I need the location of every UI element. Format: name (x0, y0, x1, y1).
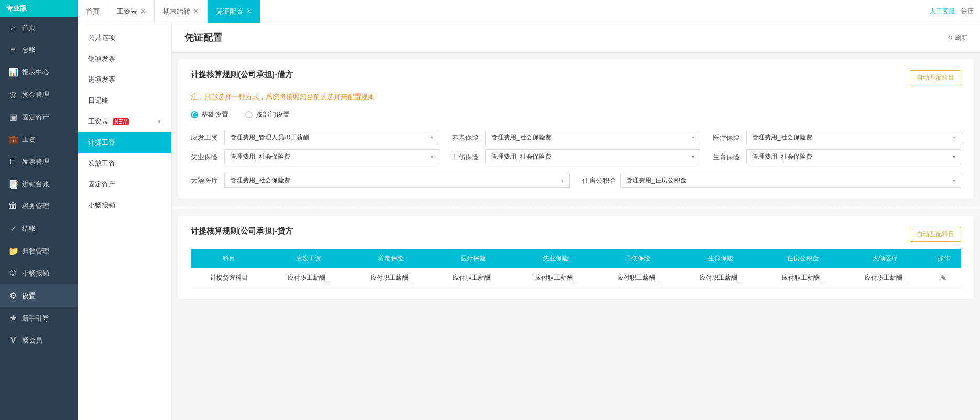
cell-yanglao[interactable]: 应付职工薪酬_ (350, 268, 432, 288)
tab-home[interactable]: 首页 (78, 0, 108, 23)
sidebar-item-label: 结账 (22, 224, 36, 234)
sidebar-item-home[interactable]: ⌂ 首页 (0, 17, 78, 39)
field-yiliao-select[interactable]: 管理费用_社会保险费 ▾ (746, 130, 961, 145)
left-nav-calc-salary[interactable]: 计提工资 (78, 132, 171, 153)
left-nav-public-options[interactable]: 公共选项 (78, 27, 171, 48)
username: 徐庄 (961, 7, 974, 16)
cell-shiye[interactable]: 应付职工薪酬_ (515, 268, 597, 288)
radio-basic[interactable]: 基础设置 (191, 110, 228, 119)
tab-period-close[interactable]: 期末结转 ✕ (155, 0, 208, 23)
purchase-icon: 📑 (8, 179, 18, 189)
sidebar-item-xiaochang-report[interactable]: © 小畅报销 (0, 262, 78, 284)
left-nav-xiaochang-reimbursement[interactable]: 小畅报销 (78, 195, 171, 216)
field-shengyu: 生育保险 管理费用_社会保险费 ▾ (713, 149, 961, 164)
sidebar-item-report-center[interactable]: 📊 报表中心 (0, 61, 78, 83)
credit-section-title: 计提核算规则(公司承担)-贷方 (191, 226, 293, 236)
left-nav-label: 公共选项 (88, 33, 115, 42)
field-shiye-select[interactable]: 管理费用_社会保险费 ▾ (224, 149, 439, 164)
chevron-right-icon: ▾ (158, 118, 161, 125)
sidebar-item-label: 新手引导 (22, 314, 49, 323)
section-divider (172, 207, 980, 207)
credit-section: 计提核算规则(公司承担)-贷方 自动匹配科目 科目 应发工资 养老保险 医疗保险… (178, 216, 974, 299)
sidebar-item-member[interactable]: V 畅会员 (0, 329, 78, 351)
sidebar-item-label: 固定资产 (22, 113, 49, 122)
dropdown-arrow-icon: ▾ (561, 178, 564, 183)
cell-daeliao[interactable]: 应付职工薪酬_ (844, 268, 926, 288)
tab-salary-label: 工资表 (117, 7, 137, 16)
dropdown-arrow-icon: ▾ (692, 154, 694, 160)
field-gongjijin-select[interactable]: 管理费用_住房公积金 ▾ (620, 173, 961, 188)
left-nav-salary-table[interactable]: 工资表 NEW ▾ (78, 111, 171, 132)
salary-icon: 💼 (8, 135, 18, 145)
credit-auto-match-button[interactable]: 自动匹配科目 (910, 227, 961, 242)
cell-shengyu[interactable]: 应付职工薪酬_ (679, 268, 761, 288)
left-nav-label: 进项发票 (88, 75, 115, 84)
sidebar-item-salary[interactable]: 💼 工资 (0, 128, 78, 151)
field-shengyu-select[interactable]: 管理费用_社会保险费 ▾ (746, 149, 961, 164)
debit-auto-match-button[interactable]: 自动匹配科目 (910, 70, 961, 85)
cell-yiliao[interactable]: 应付职工薪酬_ (432, 268, 514, 288)
app-name: 专业版 (0, 0, 78, 17)
fund-icon: ◎ (8, 90, 18, 100)
sidebar-item-settings[interactable]: ⚙ 设置 (0, 284, 78, 307)
sidebar-item-label: 畅会员 (22, 336, 42, 345)
field-label: 生育保险 (713, 152, 742, 162)
customer-service[interactable]: 人工客服 (930, 7, 955, 16)
sidebar-item-fixed-assets[interactable]: ▣ 固定资产 (0, 106, 78, 128)
cell-gongshang[interactable]: 应付职工薪酬_ (597, 268, 679, 288)
left-nav-fixed-assets[interactable]: 固定资产 (78, 174, 171, 195)
invoice-icon: 🗒 (8, 157, 18, 167)
sidebar-item-archive-management[interactable]: 📁 归档管理 (0, 240, 78, 262)
radio-basic-label: 基础设置 (201, 110, 228, 119)
field-yanglao-select[interactable]: 管理费用_社会保险费 ▾ (485, 130, 700, 145)
edit-icon[interactable]: ✎ (941, 274, 947, 282)
field-yingfa: 应发工资 管理费用_管理人员职工薪酬 ▾ (191, 130, 439, 145)
cell-action[interactable]: ✎ (927, 268, 961, 288)
col-yiliao: 医疗保险 (432, 249, 514, 268)
field-label: 大额医疗 (191, 176, 220, 185)
topbar-right: 人工客服 徐庄 (930, 7, 980, 16)
field-value: 管理费用_社会保险费 (752, 152, 812, 161)
tab-salary-table[interactable]: 工资表 ✕ (108, 0, 155, 23)
field-yanglao: 养老保险 管理费用_社会保险费 ▾ (452, 130, 700, 145)
col-gongjijin: 住房公积金 (761, 249, 844, 268)
debit-form-row1: 应发工资 管理费用_管理人员职工薪酬 ▾ 养老保险 管理费用_社会保险费 ▾ (191, 130, 961, 145)
left-nav-cancel-invoice[interactable]: 销项发票 (78, 48, 171, 69)
close-salary-tab-icon[interactable]: ✕ (140, 8, 146, 15)
field-label: 医疗保险 (713, 133, 742, 142)
sidebar-item-newbie-guide[interactable]: ★ 新手引导 (0, 307, 78, 329)
tab-voucher-config[interactable]: 凭证配置 ✕ (208, 0, 260, 23)
left-nav-journal[interactable]: 日记账 (78, 90, 171, 111)
close-period-tab-icon[interactable]: ✕ (193, 8, 199, 15)
field-gongshang-select[interactable]: 管理费用_社会保险费 ▾ (485, 149, 700, 164)
sidebar-item-fund-management[interactable]: ◎ 资金管理 (0, 83, 78, 106)
sidebar-item-settlement[interactable]: ✓ 结账 (0, 217, 78, 240)
sidebar-item-tax-management[interactable]: 🏛 税务管理 (0, 195, 78, 217)
col-daeliao: 大额医疗 (844, 249, 926, 268)
field-yingfa-select[interactable]: 管理费用_管理人员职工薪酬 ▾ (224, 130, 439, 145)
sidebar-item-purchase-sales[interactable]: 📑 进销台账 (0, 173, 78, 195)
radio-dept[interactable]: 按部门设置 (245, 110, 290, 119)
left-nav-label: 日记账 (88, 96, 108, 105)
cell-subject: 计提贷方科目 (191, 268, 267, 288)
refresh-button[interactable]: ↻ 刷新 (948, 34, 967, 42)
debit-section: 计提核算规则(公司承担)-借方 自动匹配科目 注：只能选择一种方式，系统将按照您… (178, 59, 974, 198)
field-value: 管理费用_社会保险费 (230, 152, 290, 161)
cell-gongjijin[interactable]: 应付职工薪酬_ (761, 268, 844, 288)
field-daeliao-select[interactable]: 管理费用_社会保险费 ▾ (224, 173, 570, 188)
field-value: 管理费用_住房公积金 (626, 176, 687, 185)
left-nav-pay-salary[interactable]: 发放工资 (78, 153, 171, 174)
sidebar-item-label: 工资 (22, 135, 36, 145)
left-nav-input-invoice[interactable]: 进项发票 (78, 69, 171, 90)
left-nav-label: 小畅报销 (88, 201, 115, 210)
field-gongshang: 工伤保险 管理费用_社会保险费 ▾ (452, 149, 700, 164)
sidebar-item-invoice-management[interactable]: 🗒 发票管理 (0, 151, 78, 173)
dropdown-arrow-icon: ▾ (953, 154, 955, 160)
dropdown-arrow-icon: ▾ (953, 135, 955, 140)
sidebar-item-label: 进销台账 (22, 180, 49, 189)
guide-icon: ★ (8, 313, 18, 323)
sidebar-item-general-ledger[interactable]: ≡ 总账 (0, 39, 78, 61)
tab-home-label: 首页 (86, 7, 100, 16)
close-voucher-tab-icon[interactable]: ✕ (246, 8, 252, 15)
cell-yingfa[interactable]: 应付职工薪酬_ (267, 268, 350, 288)
